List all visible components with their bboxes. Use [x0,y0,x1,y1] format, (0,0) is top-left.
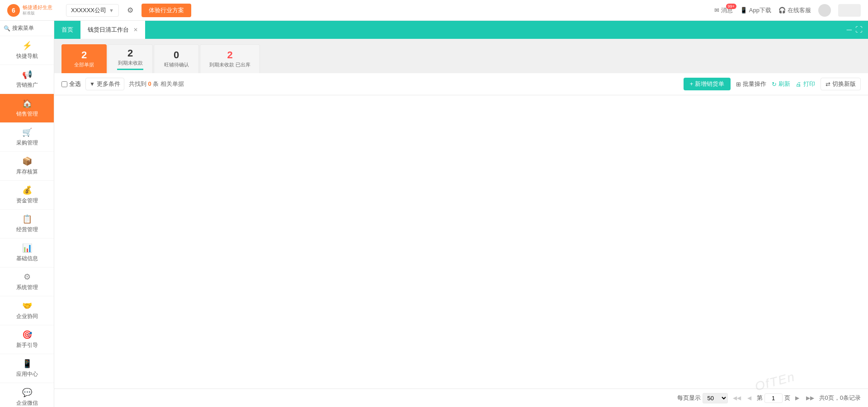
qianghuo-tab-label: 钱货日清工作台 [88,26,129,34]
sidebar-label-caigou: 采购管理 [16,139,38,147]
yingyong-icon: 📱 [22,359,32,369]
found-suffix: 相关单据 [160,80,184,87]
company-selector[interactable]: XXXXXX公司 ▼ [66,4,119,17]
stat-label-shipped: 到期未收款 已出库 [209,61,250,68]
switch-version-button[interactable]: ⇄ 切换新版 [821,78,861,90]
sidebar-item-yingxiao[interactable]: 📢 营销推广 [0,65,54,94]
page-size-select[interactable]: 50 100 200 [703,393,728,403]
sidebar-item-jingying[interactable]: 📋 经营管理 [0,210,54,239]
sidebar-label-zijin: 资金管理 [16,197,38,205]
print-icon: 🖨 [796,81,802,88]
app-name: 畅捷通好生意 [23,4,52,10]
tab-close-icon[interactable]: ✕ [133,27,138,33]
stat-num-overdue: 2 [127,48,133,58]
kucun-icon: 📦 [22,156,32,166]
print-button[interactable]: 🖨 打印 [796,80,815,88]
stat-label-overdue: 到期未收款 [118,60,143,66]
stat-tab-shipped[interactable]: 2 到期未收款 已出库 [200,44,260,73]
qiye-icon: 🤝 [22,301,32,311]
sidebar-item-xinshou[interactable]: 🎯 新手引导 [0,325,54,354]
page-size-selector: 每页显示 50 100 200 [677,393,728,403]
caigou-icon: 🛒 [22,127,32,137]
xinshou-icon: 🎯 [22,330,32,340]
main-content: 2 全部单据 2 到期未收款 0 旺辅待确认 2 到期未收款 已出库 [54,39,868,407]
kuaijie-icon: ⚡ [22,41,32,51]
online-service-action[interactable]: 🎧 在线客服 [778,6,811,14]
tab-expand-icon[interactable]: ⛶ [855,26,863,34]
switch-icon: ⇄ [826,81,830,88]
page-label: 第 [757,394,763,402]
table-area [54,95,868,388]
page-size-label: 每页显示 [677,394,701,402]
filter-icon: ▼ [90,81,95,87]
filter-button[interactable]: ▼ 更多条件 [85,78,124,90]
tab-qianghuo[interactable]: 钱货日清工作台 ✕ [80,21,145,39]
prev-page-button[interactable]: ◀ [744,393,755,403]
search-menu[interactable]: 🔍 搜索菜单 [0,21,54,36]
logo-area: 6 畅捷通好生意 标准版 [7,4,61,17]
zijin-icon: 💰 [22,185,32,195]
app-download-action[interactable]: 📱 App下载 [740,6,771,14]
content-inner: 2 全部单据 2 到期未收款 0 旺辅待确认 2 到期未收款 已出库 [54,39,868,407]
stat-num-pending: 0 [174,50,179,60]
sidebar-item-qiye[interactable]: 🤝 企业协同 [0,296,54,325]
xiaoshou-icon: 🏠 [22,98,32,108]
next-page-button[interactable]: ▶ [792,393,803,403]
tab-bar-actions: ─ ⛶ [841,21,868,39]
home-tab-label: 首页 [61,26,73,34]
first-page-button[interactable]: ◀◀ [731,393,742,403]
user-name[interactable] [838,4,861,17]
user-avatar[interactable] [818,4,831,17]
select-all-checkbox[interactable]: 全选 [61,80,81,88]
last-page-button[interactable]: ▶▶ [805,393,816,403]
found-prefix: 共找到 [129,80,146,87]
phone-icon: 📱 [740,7,747,14]
filter-label: 更多条件 [97,80,120,88]
message-icon: ✉ [714,7,719,14]
batch-operation-button[interactable]: ⊞ 批量操作 [736,80,766,88]
top-header: 6 畅捷通好生意 标准版 XXXXXX公司 ▼ ⚙ 体验行业方案 ✉ 消息 99… [0,0,868,21]
sidebar-item-caigou[interactable]: 🛒 采购管理 [0,123,54,152]
header-left: 6 畅捷通好生意 标准版 XXXXXX公司 ▼ ⚙ 体验行业方案 [7,4,191,17]
add-sale-button[interactable]: + 新增销货单 [684,78,731,90]
page-number-input[interactable] [764,393,783,403]
settings-icon[interactable]: ⚙ [123,4,137,17]
jingying-icon: 📋 [22,214,32,224]
stat-tab-overdue[interactable]: 2 到期未收款 [108,44,153,73]
sidebar-item-zijin[interactable]: 💰 资金管理 [0,181,54,210]
sidebar-label-xinshou: 新手引导 [16,342,38,349]
stat-label-all: 全部单据 [74,61,94,68]
sidebar-item-xitong[interactable]: ⚙ 系统管理 [0,267,54,296]
page-total: 共0页，0条记录 [819,394,861,402]
sidebar-label-kuaijie: 快捷导航 [16,52,38,60]
sidebar-item-kuaijie[interactable]: ⚡ 快捷导航 [0,36,54,65]
company-dropdown-arrow: ▼ [109,8,114,13]
yingxiao-icon: 📢 [22,70,32,80]
header-right: ✉ 消息 99+ 📱 App下载 🎧 在线客服 [714,4,861,17]
sidebar-item-kucun[interactable]: 📦 库存核算 [0,152,54,181]
select-all-input[interactable] [61,81,67,87]
stat-num-all: 2 [81,50,87,60]
sidebar-item-weixin[interactable]: 💬 企业微信 [0,383,54,407]
found-text: 共找到 0 条 相关单据 [129,80,184,88]
refresh-button[interactable]: ↻ 刷新 [772,80,790,88]
stats-tabs: 2 全部单据 2 到期未收款 0 旺辅待确认 2 到期未收款 已出库 [54,39,868,73]
tab-home[interactable]: 首页 [54,21,80,39]
sidebar-item-yingyong[interactable]: 📱 应用中心 [0,354,54,383]
message-action[interactable]: ✉ 消息 99+ [714,6,733,14]
tab-minimize-icon[interactable]: ─ [847,26,852,34]
stat-num-shipped: 2 [227,50,232,60]
sidebar-label-jingying: 经营管理 [16,226,38,234]
found-count: 0 [148,80,151,87]
stat-tab-all[interactable]: 2 全部单据 [61,44,107,73]
trial-button[interactable]: 体验行业方案 [142,4,191,17]
found-unit: 条 [153,80,159,87]
sidebar-item-jichu[interactable]: 📊 基础信息 [0,239,54,267]
message-badge: 99+ [726,4,736,9]
sidebar-item-xiaoshou[interactable]: 🏠 销售管理 [0,94,54,123]
sidebar-label-kucun: 库存核算 [16,168,38,176]
logo-text-block: 畅捷通好生意 标准版 [23,4,52,16]
stat-tab-pending[interactable]: 0 旺辅待确认 [154,44,199,73]
stat-label-pending: 旺辅待确认 [164,61,189,68]
print-label: 打印 [803,80,815,88]
